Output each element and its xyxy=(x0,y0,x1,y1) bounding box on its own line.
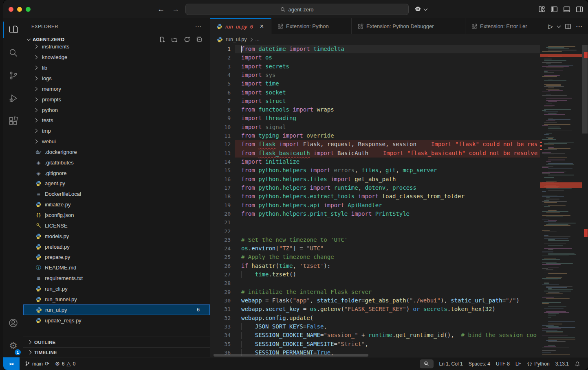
timeline-section[interactable]: TIMELINE xyxy=(23,347,210,357)
status-python-version[interactable]: 3.13.1 xyxy=(553,361,572,367)
refresh-icon[interactable] xyxy=(184,36,190,43)
code-line-35[interactable]: 35 SESSION_COOKIE_SAMESITE="Strict", xyxy=(210,340,540,348)
folder-row-lib[interactable]: lib xyxy=(23,63,210,73)
code-line-23[interactable]: 23# Set the new timezone to 'UTC' xyxy=(210,236,540,244)
minimize-window-button[interactable] xyxy=(17,7,22,12)
code-line-20[interactable]: 20from python.helpers.print_style import… xyxy=(210,210,540,218)
folder-row-webui[interactable]: webui xyxy=(23,136,210,147)
toggle-primary-sidebar-icon[interactable] xyxy=(551,6,558,13)
code-line-14[interactable]: 14import initialize xyxy=(210,158,540,166)
new-file-icon[interactable] xyxy=(159,36,165,43)
activitybar-extensions[interactable] xyxy=(3,109,23,132)
settings-button[interactable]: ⚙ 1 xyxy=(3,334,23,357)
file-row-.gitignore[interactable]: ◈ .gitignore xyxy=(23,168,210,178)
code-line-31[interactable]: 31webapp.secret_key = os.getenv("FLASK_S… xyxy=(210,305,540,313)
code-line-4[interactable]: 4import sys xyxy=(210,71,540,79)
project-section-header[interactable]: AGENT-ZERO xyxy=(23,35,210,44)
run-python-file-button[interactable]: ▷ xyxy=(548,23,553,30)
notifications-bell[interactable] xyxy=(572,361,583,367)
activitybar-search[interactable] xyxy=(3,41,23,64)
code-line-13[interactable]: 13from flask_basicauth import BasicAuthI… xyxy=(210,149,540,158)
copilot-menu[interactable] xyxy=(414,0,427,18)
code-line-2[interactable]: 2import os xyxy=(210,53,540,62)
code-line-16[interactable]: 16from python.helpers.files import get_a… xyxy=(210,175,540,184)
activitybar-explorer[interactable] xyxy=(3,18,23,41)
tab-extension-error-ler[interactable]: Extension: Error Ler xyxy=(465,18,540,34)
tab-extension-python-debugger[interactable]: Extension: Python Debugger xyxy=(352,18,465,34)
folder-row-tmp[interactable]: tmp xyxy=(23,126,210,136)
breadcrumb-file[interactable]: run_ui.py xyxy=(226,37,247,42)
file-row-jsconfig.json[interactable]: {} jsconfig.json xyxy=(23,210,210,221)
status-branch[interactable]: main ⟳ xyxy=(22,357,52,370)
code-line-25[interactable]: 25# Apply the timezone change xyxy=(210,253,540,261)
folder-row-tests[interactable]: tests xyxy=(23,115,210,126)
file-row-models.py[interactable]: models.py xyxy=(23,231,210,241)
file-row-initialize.py[interactable]: initialize.py xyxy=(23,199,210,210)
file-row-.dockerignore[interactable]: .dockerignore xyxy=(23,147,210,158)
folder-row-instruments[interactable]: instruments xyxy=(23,44,210,52)
breadcrumb-symbol[interactable]: ... xyxy=(255,37,259,42)
outline-section[interactable]: OUTLINE xyxy=(23,337,210,347)
folder-row-logs[interactable]: logs xyxy=(23,73,210,84)
status-problems[interactable]: ⊗ 6 △ 0 xyxy=(52,357,78,370)
code-line-34[interactable]: 34 SESSION_COOKIE_NAME="session_" + runt… xyxy=(210,331,540,339)
toggle-secondary-sidebar-icon[interactable] xyxy=(576,6,583,13)
activitybar-run-debug[interactable] xyxy=(3,87,23,109)
code-line-6[interactable]: 6import socket xyxy=(210,88,540,97)
code-line-10[interactable]: 10import signal xyxy=(210,123,540,131)
code-line-18[interactable]: 18from python.helpers.extract_tools impo… xyxy=(210,192,540,201)
code-line-27[interactable]: 27 time.tzset() xyxy=(210,270,540,279)
file-row-run_ui.py[interactable]: run_ui.py6 xyxy=(23,304,210,315)
code-line-19[interactable]: 19from python.helpers.api import ApiHand… xyxy=(210,201,540,210)
close-tab-icon[interactable]: × xyxy=(260,23,264,30)
collapse-all-icon[interactable] xyxy=(196,36,203,43)
folder-row-prompts[interactable]: prompts xyxy=(23,94,210,105)
folder-row-knowledge[interactable]: knowledge xyxy=(23,52,210,63)
code-line-3[interactable]: 3import secrets xyxy=(210,62,540,71)
code-line-26[interactable]: 26if hasattr(time, 'tzset'): xyxy=(210,262,540,270)
code-line-29[interactable]: 29# initialize the internal Flask server xyxy=(210,288,540,296)
file-row-preload.py[interactable]: preload.py xyxy=(23,241,210,252)
account-button[interactable] xyxy=(3,311,23,334)
maximize-window-button[interactable] xyxy=(26,7,31,12)
code-editor[interactable]: 1from datetime import timedelta2import o… xyxy=(210,45,540,357)
status-language[interactable]: {}Python xyxy=(524,361,553,367)
file-row-prepare.py[interactable]: prepare.py xyxy=(23,252,210,263)
code-line-15[interactable]: 15from python.helpers import errors, fil… xyxy=(210,166,540,175)
file-row-requirements.txt[interactable]: ≡ requirements.txt xyxy=(23,273,210,284)
breadcrumb[interactable]: run_ui.py ... xyxy=(210,34,540,45)
file-row-update_reqs.py[interactable]: update_reqs.py xyxy=(23,315,210,326)
command-center-search[interactable]: agent-zero xyxy=(185,4,409,15)
close-window-button[interactable] xyxy=(9,7,13,12)
code-line-22[interactable]: 22 xyxy=(210,227,540,236)
code-line-33[interactable]: 33 JSON_SORT_KEYS=False, xyxy=(210,322,540,331)
navigate-forward-button[interactable]: → xyxy=(172,5,179,13)
status-eol[interactable]: LF xyxy=(513,361,524,367)
code-line-32[interactable]: 32webapp.config.update( xyxy=(210,314,540,322)
remote-indicator[interactable]: >< xyxy=(3,357,20,370)
code-line-1[interactable]: 1from datetime import timedelta xyxy=(210,45,540,53)
folder-row-memory[interactable]: memory xyxy=(23,83,210,94)
status-cursor-position[interactable]: Ln 1, Col 1 xyxy=(436,361,466,367)
file-row-LICENSE[interactable]: LICENSE xyxy=(23,220,210,231)
code-line-24[interactable]: 24os.environ["TZ"] = "UTC" xyxy=(210,244,540,253)
file-row-DockerfileLocal[interactable]: ≡ DockerfileLocal xyxy=(23,189,210,199)
status-indentation[interactable]: Spaces: 4 xyxy=(466,361,493,367)
new-folder-icon[interactable] xyxy=(171,36,178,43)
split-editor-icon[interactable] xyxy=(565,23,571,30)
file-row-run_cli.py[interactable]: run_cli.py xyxy=(23,284,210,294)
horizontal-scrollbar[interactable] xyxy=(214,354,368,357)
code-line-7[interactable]: 7import struct xyxy=(210,97,540,105)
code-line-11[interactable]: 11from typing import override xyxy=(210,131,540,140)
run-options-chevron-icon[interactable] xyxy=(557,24,561,28)
explorer-more-actions[interactable]: ⋯ xyxy=(195,23,202,31)
code-line-30[interactable]: 30webapp = Flask("app", static_folder=ge… xyxy=(210,296,540,305)
file-row-README.md[interactable]: ⓘ README.md xyxy=(23,263,210,273)
code-line-8[interactable]: 8from functools import wraps xyxy=(210,105,540,114)
file-row-agent.py[interactable]: agent.py xyxy=(23,178,210,189)
file-row-.gitattributes[interactable]: ◈ .gitattributes xyxy=(23,157,210,168)
code-line-5[interactable]: 5import time xyxy=(210,79,540,88)
vertical-scrollbar[interactable] xyxy=(582,45,588,357)
activitybar-source-control[interactable] xyxy=(3,64,23,87)
tab-run-ui-py[interactable]: run_ui.py6× xyxy=(210,18,271,34)
